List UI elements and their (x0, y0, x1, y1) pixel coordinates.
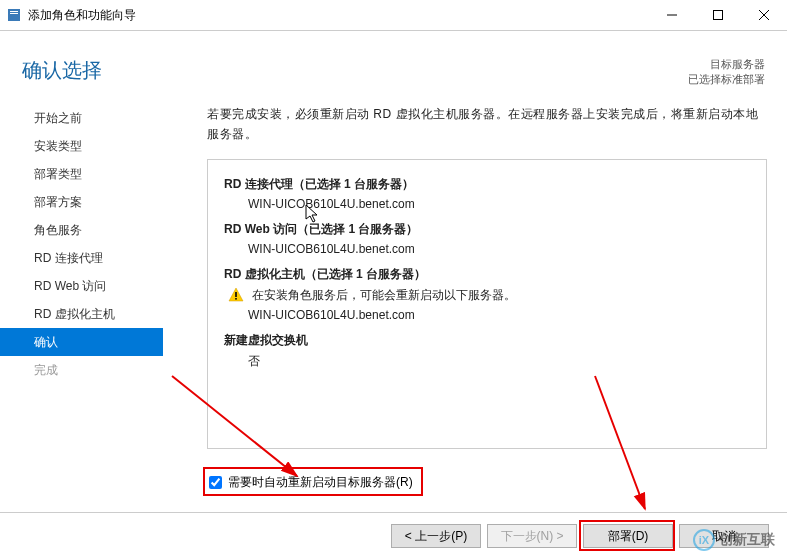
sidebar-item-complete: 完成 (0, 356, 163, 384)
target-info: 目标服务器 已选择标准部署 (688, 57, 765, 88)
server-manager-icon (6, 7, 22, 23)
deploy-button[interactable]: 部署(D) (583, 524, 673, 548)
svg-rect-5 (714, 11, 723, 20)
new-vswitch-value: 否 (248, 353, 750, 370)
restart-checkbox-label[interactable]: 需要时自动重新启动目标服务器(R) (228, 474, 413, 491)
role-suffix: （已选择 1 台服务器） (305, 267, 426, 281)
header: 确认选择 目标服务器 已选择标准部署 (0, 31, 787, 96)
sidebar-item-rd-broker[interactable]: RD 连接代理 (0, 244, 163, 272)
new-vswitch-label: 新建虚拟交换机 (224, 332, 750, 349)
prev-button[interactable]: < 上一步(P) (391, 524, 481, 548)
watermark: iX 创新互联 (693, 529, 775, 551)
role-web-title: RD Web 访问（已选择 1 台服务器） (224, 221, 750, 238)
role-suffix: （已选择 1 台服务器） (297, 222, 418, 236)
svg-rect-3 (10, 13, 18, 14)
role-suffix: （已选择 1 台服务器） (293, 177, 414, 191)
restart-checkbox[interactable] (209, 476, 222, 489)
sidebar-item-rd-vhost[interactable]: RD 虚拟化主机 (0, 300, 163, 328)
sidebar-item-install-type[interactable]: 安装类型 (0, 132, 163, 160)
role-name: RD Web 访问 (224, 222, 297, 236)
confirmation-panel: RD 连接代理（已选择 1 台服务器） WIN-UICOB610L4U.bene… (207, 159, 767, 449)
window-title: 添加角色和功能向导 (28, 7, 649, 24)
warning-text: 在安装角色服务后，可能会重新启动以下服务器。 (252, 287, 516, 304)
svg-rect-1 (8, 19, 20, 21)
wizard-sidebar: 开始之前 安装类型 部署类型 部署方案 角色服务 RD 连接代理 RD Web … (0, 96, 163, 496)
window-controls (649, 0, 787, 30)
next-button: 下一步(N) > (487, 524, 577, 548)
role-broker-title: RD 连接代理（已选择 1 台服务器） (224, 176, 750, 193)
svg-rect-8 (235, 292, 237, 297)
sidebar-item-rd-web[interactable]: RD Web 访问 (0, 272, 163, 300)
role-name: RD 虚拟化主机 (224, 267, 305, 281)
role-vhost-title: RD 虚拟化主机（已选择 1 台服务器） (224, 266, 750, 283)
warning-icon (228, 287, 244, 303)
content-area: 若要完成安装，必须重新启动 RD 虚拟化主机服务器。在远程服务器上安装完成后，将… (163, 96, 787, 496)
restart-checkbox-row[interactable]: 需要时自动重新启动目标服务器(R) (209, 474, 413, 491)
server-name: WIN-UICOB610L4U.benet.com (248, 197, 750, 211)
sidebar-item-deploy-scenario[interactable]: 部署方案 (0, 188, 163, 216)
svg-rect-2 (10, 11, 18, 12)
main-area: 开始之前 安装类型 部署类型 部署方案 角色服务 RD 连接代理 RD Web … (0, 96, 787, 496)
svg-rect-9 (235, 298, 237, 300)
role-name: RD 连接代理 (224, 177, 293, 191)
titlebar: 添加角色和功能向导 (0, 0, 787, 31)
sidebar-item-confirm[interactable]: 确认 (0, 328, 163, 356)
watermark-text: 创新互联 (719, 531, 775, 549)
close-button[interactable] (741, 0, 787, 30)
server-name: WIN-UICOB610L4U.benet.com (248, 308, 750, 322)
sidebar-item-begin[interactable]: 开始之前 (0, 104, 163, 132)
maximize-button[interactable] (695, 0, 741, 30)
footer-buttons: < 上一步(P) 下一步(N) > 部署(D) 取消 (0, 512, 787, 559)
target-label: 目标服务器 (688, 57, 765, 72)
minimize-button[interactable] (649, 0, 695, 30)
watermark-icon: iX (693, 529, 715, 551)
server-name: WIN-UICOB610L4U.benet.com (248, 242, 750, 256)
target-value: 已选择标准部署 (688, 72, 765, 87)
warning-row: 在安装角色服务后，可能会重新启动以下服务器。 (224, 287, 750, 304)
sidebar-item-deploy-type[interactable]: 部署类型 (0, 160, 163, 188)
intro-text: 若要完成安装，必须重新启动 RD 虚拟化主机服务器。在远程服务器上安装完成后，将… (207, 104, 767, 145)
page-title: 确认选择 (22, 57, 688, 84)
sidebar-item-role-services[interactable]: 角色服务 (0, 216, 163, 244)
